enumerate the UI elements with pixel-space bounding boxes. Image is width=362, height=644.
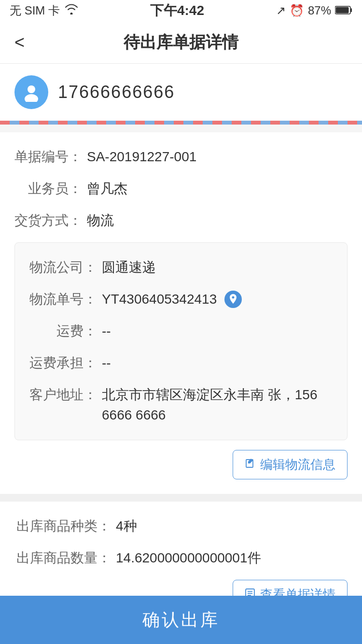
address-row: 客户地址： 北京市市辖区海淀区永丰南 张，156 6666 6666 xyxy=(29,385,333,425)
carrier-text: 无 SIM 卡 xyxy=(10,3,60,18)
edit-icon xyxy=(245,457,255,472)
map-pin-icon[interactable] xyxy=(224,291,242,308)
svg-rect-1 xyxy=(350,8,352,12)
goods-type-value: 4种 xyxy=(116,516,348,536)
goods-type-label: 出库商品种类： xyxy=(14,516,111,536)
freight-bear-row: 运费承担： -- xyxy=(29,353,333,373)
delivery-label: 交货方式： xyxy=(14,210,82,231)
address-label: 客户地址： xyxy=(29,385,97,405)
svg-point-3 xyxy=(28,85,35,93)
delivery-value: 物流 xyxy=(87,210,348,231)
edit-btn-row: 编辑物流信息 xyxy=(14,450,348,479)
battery-text: 87% xyxy=(308,4,331,17)
status-bar: 无 SIM 卡 下午4:42 ↗ ⏰ 87% xyxy=(0,0,362,21)
goods-type-row: 出库商品种类： 4种 xyxy=(14,516,348,536)
freight-bear-value: -- xyxy=(102,353,333,373)
logistics-company-row: 物流公司： 圆通速递 xyxy=(29,257,333,278)
battery-icon xyxy=(335,4,352,17)
nav-bar: < 待出库单据详情 xyxy=(0,21,362,64)
status-left: 无 SIM 卡 xyxy=(10,3,78,18)
page-title: 待出库单据详情 xyxy=(124,31,238,54)
tracking-value: YT43064053424​13 xyxy=(102,289,333,309)
confirm-button-label: 确认出库 xyxy=(142,608,220,632)
delivery-row: 交货方式： 物流 xyxy=(14,210,348,231)
order-id-value: SA-20191227-001 xyxy=(87,147,348,167)
edit-logistics-label: 编辑物流信息 xyxy=(260,456,335,473)
svg-point-4 xyxy=(25,94,38,102)
confirm-button[interactable]: 确认出库 xyxy=(0,596,362,644)
staff-value: 曾凡杰 xyxy=(87,179,348,199)
staff-row: 业务员： 曾凡杰 xyxy=(14,179,348,199)
customer-phone: 17666666666 xyxy=(58,82,175,102)
freight-value: -- xyxy=(102,321,333,341)
logistics-section: 物流公司： 圆通速递 物流单号： YT43064053424​13 运费： --… xyxy=(14,242,348,440)
goods-quantity-value: 14.620000000000001件 xyxy=(116,548,348,568)
staff-label: 业务员： xyxy=(14,179,82,199)
order-id-label: 单据编号： xyxy=(14,147,82,167)
freight-label: 运费： xyxy=(29,321,97,341)
wifi-icon xyxy=(65,4,78,17)
logistics-company-label: 物流公司： xyxy=(29,257,97,278)
location-arrow-icon: ↗ xyxy=(276,4,286,17)
alarm-icon: ⏰ xyxy=(290,4,304,17)
gray-separator xyxy=(0,494,362,502)
svg-rect-2 xyxy=(335,7,348,14)
dashed-divider xyxy=(0,121,362,125)
status-right: ↗ ⏰ 87% xyxy=(276,4,352,17)
freight-bear-label: 运费承担： xyxy=(29,353,97,373)
edit-logistics-button[interactable]: 编辑物流信息 xyxy=(233,450,348,479)
goods-quantity-label: 出库商品数量： xyxy=(14,548,111,568)
tracking-label: 物流单号： xyxy=(29,289,97,309)
status-time: 下午4:42 xyxy=(150,1,204,20)
logistics-company-value: 圆通速递 xyxy=(102,257,333,278)
order-info-section: 单据编号： SA-20191227-001 业务员： 曾凡杰 交货方式： 物流 … xyxy=(0,132,362,494)
goods-quantity-row: 出库商品数量： 14.620000000000001件 xyxy=(14,548,348,568)
address-value: 北京市市辖区海淀区永丰南 张，156 6666 6666 xyxy=(102,385,333,425)
freight-row: 运费： -- xyxy=(29,321,333,341)
order-id-row: 单据编号： SA-20191227-001 xyxy=(14,147,348,167)
customer-header: 17666666666 xyxy=(0,64,362,121)
avatar xyxy=(14,75,48,109)
back-button[interactable]: < xyxy=(14,32,43,53)
tracking-row: 物流单号： YT43064053424​13 xyxy=(29,289,333,309)
